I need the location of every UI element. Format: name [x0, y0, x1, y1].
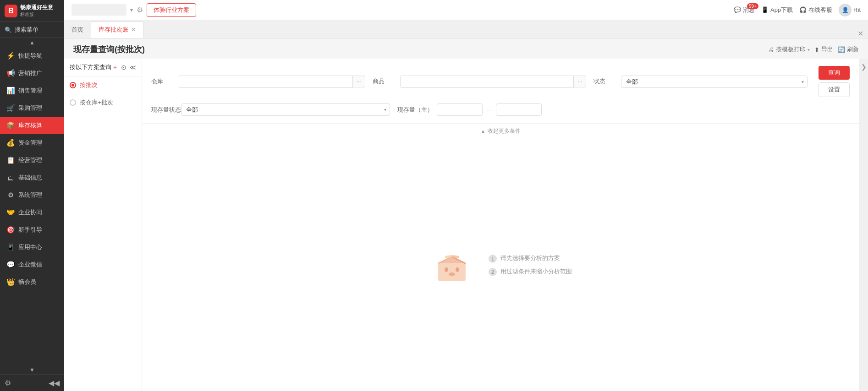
settings-button[interactable]: 设置 — [819, 82, 850, 97]
app-center-label: 应用中心 — [18, 243, 42, 251]
company-name: 畅康通好生意 — [20, 4, 53, 11]
sidebar-item-marketing[interactable]: 📢 营销推广 — [0, 65, 64, 82]
filter-by-warehouse-batch-label: 按仓库+批次 — [80, 98, 113, 107]
app-download-icon: 📱 — [761, 6, 769, 13]
export-label: 导出 — [821, 45, 833, 54]
search-menu-item[interactable]: 🔍 搜索菜单 — [0, 22, 64, 38]
sidebar-item-sales[interactable]: 📊 销售管理 — [0, 82, 64, 99]
system-icon: ⚙ — [6, 191, 15, 199]
empty-illustration — [429, 242, 475, 288]
sidebar-scroll-down[interactable]: ▼ — [0, 365, 64, 375]
sidebar-item-finance[interactable]: 💰 资金管理 — [0, 134, 64, 152]
export-button[interactable]: ⬆ 导出 — [814, 45, 833, 54]
finance-label: 资金管理 — [18, 139, 42, 147]
svg-point-6 — [449, 272, 455, 276]
sidebar-settings-icon[interactable]: ⚙ — [5, 379, 11, 387]
status-label: 状态 — [593, 77, 621, 86]
warehouse-more-button[interactable]: ··· — [353, 76, 365, 87]
stock-status-label: 现存量状态 — [151, 106, 181, 114]
form-row-2: 现存量状态 全部 有库存 无库存 ▾ 现存量（主） — [151, 103, 850, 116]
warehouse-label: 仓库 — [151, 77, 179, 86]
topbar-settings-icon[interactable]: ⚙ — [137, 5, 143, 14]
page-actions: 🖨 按模板打印 ▾ ⬆ 导出 🔄 刷新 — [768, 45, 859, 54]
sidebar-item-app-center[interactable]: 📱 应用中心 — [0, 239, 64, 256]
filter-settings-icon[interactable]: ⊙ — [121, 64, 126, 71]
empty-state: 1 请先选择要分析的方案 2 用过滤条件来缩小分析范围 — [142, 139, 859, 391]
refresh-button[interactable]: 🔄 刷新 — [838, 45, 859, 54]
topbar-search-area[interactable] — [71, 4, 126, 16]
finance-icon: 💰 — [6, 139, 15, 147]
tip-num-2: 2 — [489, 268, 497, 276]
stock-status-field: 现存量状态 全部 有库存 无库存 ▾ — [151, 103, 390, 116]
sidebar-scroll-up[interactable]: ▲ — [0, 38, 64, 47]
tab-inventory-batch-close[interactable]: ✕ — [131, 27, 136, 33]
online-service-label: 在线客服 — [808, 6, 832, 14]
basic-label: 基础信息 — [18, 174, 42, 182]
filter-item-by-warehouse-batch[interactable]: 按仓库+批次 — [64, 94, 142, 111]
tip-text-1: 请先选择要分析的方案 — [500, 254, 560, 262]
quick-nav-label: 快捷导航 — [18, 52, 42, 60]
sidebar-item-purchase[interactable]: 🛒 采购管理 — [0, 99, 64, 117]
sidebar-item-operations[interactable]: 📋 经营管理 — [0, 152, 64, 169]
content-area: 现存量查询(按批次) 🖨 按模板打印 ▾ ⬆ 导出 🔄 刷新 — [64, 38, 868, 391]
sidebar-collapse-icon[interactable]: ◀◀ — [49, 379, 60, 387]
warehouse-input[interactable] — [179, 76, 353, 88]
print-label: 按模板打印 — [776, 45, 806, 54]
product-input[interactable] — [400, 76, 574, 88]
sidebar-item-inventory[interactable]: 📦 库存核算 — [0, 117, 64, 134]
sidebar-title-block: 畅康通好生意 标准版 — [20, 4, 53, 18]
username-label: Rit — [853, 6, 861, 13]
app-logo: B — [5, 5, 17, 17]
stock-amount-to-input[interactable] — [496, 103, 542, 116]
right-panel-close-icon[interactable]: ❯ — [861, 63, 867, 71]
filter-item-by-batch[interactable]: 按批次 — [64, 76, 142, 94]
export-icon: ⬆ — [814, 46, 819, 53]
query-actions: 查询 设置 — [819, 66, 850, 97]
sidebar-item-quick-nav[interactable]: ⚡ 快捷导航 — [0, 47, 64, 65]
query-button[interactable]: 查询 — [819, 66, 850, 80]
operations-icon: 📋 — [6, 156, 15, 164]
enterprise-icon: 🤝 — [6, 208, 15, 217]
system-label: 系统管理 — [18, 191, 42, 199]
user-menu-button[interactable]: 👤 Rit — [839, 4, 861, 16]
messages-button[interactable]: 💬 消息 99+ — [734, 6, 755, 14]
product-more-button[interactable]: ··· — [574, 76, 586, 87]
svg-point-5 — [456, 267, 459, 272]
stock-status-select[interactable]: 全部 有库存 无库存 — [181, 103, 390, 116]
member-label: 畅会员 — [18, 278, 36, 286]
enterprise-label: 企业协同 — [18, 208, 42, 217]
sidebar-item-system[interactable]: ⚙ 系统管理 — [0, 186, 64, 204]
right-close-panel[interactable]: ❯ — [859, 59, 868, 391]
query-form: 仓库 ··· 商品 ··· 状态 — [142, 59, 859, 124]
tab-home-label: 首页 — [71, 26, 83, 34]
tab-home[interactable]: 首页 — [64, 22, 91, 38]
online-service-button[interactable]: 🎧 在线客服 — [799, 6, 832, 14]
product-label: 商品 — [373, 77, 400, 86]
filter-panel: 按以下方案查询 ＋ ⊙ ≪ 按批次 按仓库+批次 — [64, 59, 142, 391]
app-download-button[interactable]: 📱 App下载 — [761, 6, 793, 14]
sidebar-item-basic[interactable]: 🗂 基础信息 — [0, 169, 64, 186]
collapse-row[interactable]: ▲ 收起更多条件 — [142, 124, 859, 139]
sidebar-item-newbie[interactable]: 🎯 新手引导 — [0, 221, 64, 239]
status-field: 状态 全部 在库 出库 ▾ — [593, 76, 808, 88]
trial-button[interactable]: 体验行业方案 — [147, 3, 196, 17]
filter-collapse-icon[interactable]: ≪ — [129, 64, 136, 71]
sidebar-item-member[interactable]: 👑 畅会员 — [0, 273, 64, 291]
sidebar-nav: ⚡ 快捷导航 📢 营销推广 📊 销售管理 🛒 采购管理 📦 库存核算 💰 资金管… — [0, 47, 64, 365]
print-dropdown-icon[interactable]: ▾ — [808, 47, 810, 52]
newbie-label: 新手引导 — [18, 226, 42, 234]
print-icon: 🖨 — [768, 46, 774, 53]
topbar-dropdown-icon[interactable]: ▾ — [130, 7, 133, 13]
wechat-label: 企业微信 — [18, 261, 42, 269]
stock-amount-from-input[interactable] — [437, 103, 483, 116]
print-button[interactable]: 🖨 按模板打印 ▾ — [768, 45, 810, 54]
sidebar-item-wechat[interactable]: 💬 企业微信 — [0, 256, 64, 273]
tab-close-all-button[interactable]: ✕ — [857, 29, 863, 38]
filter-add-icon[interactable]: ＋ — [112, 63, 118, 71]
collapse-label: 收起更多条件 — [488, 127, 521, 135]
sidebar-item-enterprise[interactable]: 🤝 企业协同 — [0, 204, 64, 221]
tab-inventory-batch[interactable]: 库存批次账 ✕ — [91, 22, 143, 38]
dash-separator: — — [486, 106, 492, 113]
marketing-label: 营销推广 — [18, 69, 42, 77]
status-select[interactable]: 全部 在库 出库 — [621, 76, 808, 88]
